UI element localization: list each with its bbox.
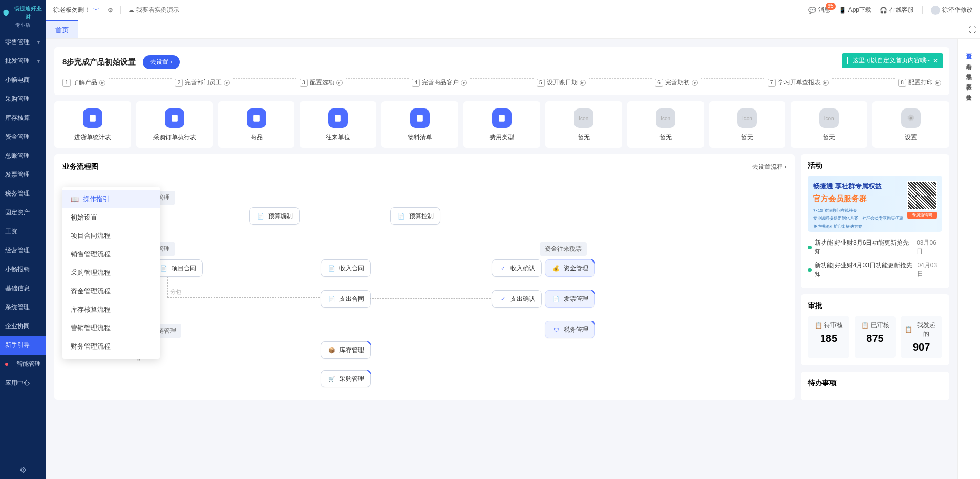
shortcut-tile[interactable]: 采购订单执行表 bbox=[136, 101, 213, 148]
sidebar-item[interactable]: 小畅报销 bbox=[0, 260, 46, 279]
setup-step[interactable]: 6完善期初▶ bbox=[655, 78, 698, 87]
setup-step[interactable]: 3配置选项▶ bbox=[300, 78, 343, 87]
settings-icon[interactable]: ⚙ bbox=[108, 7, 113, 14]
promo-banner[interactable]: 畅捷通 享社群专属权益 官方会员服务群 7×15h资深顾问在线答疑专业顾问提供定… bbox=[808, 176, 942, 232]
svg-rect-1 bbox=[172, 115, 178, 121]
setup-step[interactable]: 8配置打印▶ bbox=[898, 78, 941, 87]
sidebar-item[interactable]: 税务管理 bbox=[0, 184, 46, 203]
approval-card: 审批 📋待审核185📋已审核875📋我发起的907 bbox=[801, 294, 949, 365]
node-pay-confirm[interactable]: ✓支出确认 bbox=[492, 290, 542, 308]
node-pay-contract[interactable]: 📄支出合同 bbox=[321, 290, 371, 308]
cart-icon: 🛒 bbox=[327, 374, 336, 383]
popup-item[interactable]: 财务管理流程 bbox=[62, 337, 160, 356]
sidebar-item[interactable]: 工资 bbox=[0, 222, 46, 241]
sidebar-item[interactable]: 零售管理▼ bbox=[0, 33, 46, 52]
sidebar-item[interactable]: 资金管理 bbox=[0, 127, 46, 146]
go-setup-button[interactable]: 去设置 › bbox=[143, 55, 179, 69]
shortcut-tile[interactable]: 商品 bbox=[218, 101, 295, 148]
messages[interactable]: 💬消息65 bbox=[808, 6, 830, 14]
sidebar-item[interactable]: 新手引导 bbox=[0, 336, 46, 355]
popup-item[interactable]: 采购管理流程 bbox=[62, 264, 160, 282]
popup-item[interactable]: 销售管理流程 bbox=[62, 245, 160, 264]
popup-item[interactable]: 📖操作指引 bbox=[62, 190, 160, 208]
app-download[interactable]: 📱App下载 bbox=[839, 6, 871, 14]
guide-icon: 📖 bbox=[71, 195, 79, 203]
rail-item[interactable]: 帮助中心 bbox=[966, 54, 972, 64]
sidebar-item[interactable]: 采购管理 bbox=[0, 90, 46, 108]
doc-icon: 📄 bbox=[397, 211, 406, 221]
node-budget-make[interactable]: 📄预算编制 bbox=[249, 207, 300, 225]
customer-service[interactable]: 🎧在线客服 bbox=[880, 6, 914, 14]
shortcut-tile[interactable]: Icon暂无 bbox=[791, 101, 867, 148]
news-item[interactable]: 新功能|好业财3月6日功能更新抢先知03月06日 bbox=[808, 236, 942, 258]
sidebar-item[interactable]: 智能管理 bbox=[0, 355, 46, 374]
popup-item[interactable]: 库存核算流程 bbox=[62, 300, 160, 319]
popup-item[interactable]: 初始设置 bbox=[62, 208, 160, 227]
setup-step[interactable]: 4完善商品客户▶ bbox=[412, 78, 467, 87]
flow-settings-link[interactable]: 去设置流程 › bbox=[752, 163, 786, 171]
sidebar-item[interactable]: 系统管理 bbox=[0, 298, 46, 317]
tab-home[interactable]: 首页 bbox=[46, 20, 78, 38]
node-fund[interactable]: 💰资金管理 bbox=[545, 259, 595, 277]
popup-item[interactable]: 资金管理流程 bbox=[62, 282, 160, 300]
sidebar-item[interactable]: 发票管理 bbox=[0, 165, 46, 184]
popup-item[interactable]: 项目合同流程 bbox=[62, 227, 160, 245]
rail-item[interactable]: 客服热线 bbox=[966, 64, 972, 75]
shortcut-tile[interactable]: Icon暂无 bbox=[627, 101, 704, 148]
svg-rect-2 bbox=[253, 115, 260, 121]
play-icon: ▶ bbox=[336, 80, 343, 86]
sidebar-item[interactable]: 应用中心 bbox=[0, 374, 46, 393]
caret-down-icon: ▼ bbox=[36, 40, 41, 45]
setup-step[interactable]: 1了解产品▶ bbox=[62, 78, 105, 87]
expand-icon[interactable]: ⛶ bbox=[969, 26, 976, 34]
svg-rect-4 bbox=[417, 115, 423, 121]
shortcut-tile[interactable]: 物料清单 bbox=[381, 101, 458, 148]
rail-item[interactable]: 桌面快捷 bbox=[966, 85, 972, 95]
approval-tile[interactable]: 📋待审核185 bbox=[808, 316, 849, 358]
setup-step[interactable]: 2完善部门员工▶ bbox=[175, 78, 230, 87]
shortcut-tile[interactable]: 进货单统计表 bbox=[54, 101, 131, 148]
shortcut-tile[interactable]: Icon暂无 bbox=[545, 101, 622, 148]
demo-link[interactable]: ☁ 我要看实例演示 bbox=[128, 6, 179, 14]
cloud-icon: ☁ bbox=[128, 7, 134, 14]
activity-card: 活动 畅捷通 享社群专属权益 官方会员服务群 7×15h资深顾问在线答疑专业顾问… bbox=[801, 154, 949, 288]
rail-item[interactable]: 服务社区 bbox=[966, 75, 972, 85]
chat-icon: 💬 bbox=[808, 7, 816, 14]
node-income-confirm[interactable]: ✓收入确认 bbox=[492, 259, 542, 277]
svg-rect-5 bbox=[499, 115, 505, 121]
org-selector[interactable]: 徐老板勿删！ ﹀ bbox=[53, 6, 99, 14]
rail-item[interactable]: 首页设置 bbox=[966, 44, 972, 54]
node-stock[interactable]: 📦库存管理 bbox=[321, 341, 371, 359]
sidebar-item[interactable]: 固定资产 bbox=[0, 203, 46, 222]
node-invoice[interactable]: 📄发票管理 bbox=[545, 290, 595, 308]
sidebar-item[interactable]: 批发管理▼ bbox=[0, 52, 46, 71]
sidebar-item[interactable]: 库存核算 bbox=[0, 108, 46, 127]
shortcut-tile[interactable]: Icon暂无 bbox=[709, 101, 786, 148]
sidebar-item[interactable]: 经营管理 bbox=[0, 241, 46, 260]
shortcut-tile[interactable]: 费用类型 bbox=[463, 101, 540, 148]
approval-tile[interactable]: 📋我发起的907 bbox=[901, 316, 942, 358]
setup-step[interactable]: 5设开账日期▶ bbox=[537, 78, 586, 87]
sidebar-item[interactable]: 小畅电商 bbox=[0, 71, 46, 90]
customize-hint[interactable]: 这里可以自定义首页内容哦~✕ bbox=[842, 53, 943, 68]
node-purchase[interactable]: 🛒采购管理 bbox=[321, 370, 371, 387]
setup-step[interactable]: 7学习开单查报表▶ bbox=[768, 78, 829, 87]
user-menu[interactable]: 徐泽华修改 bbox=[931, 6, 973, 15]
chevron-down-icon: ﹀ bbox=[93, 6, 99, 14]
node-tax[interactable]: 🛡税务管理 bbox=[545, 321, 595, 338]
popup-item[interactable]: 营销管理流程 bbox=[62, 319, 160, 337]
shortcut-tile[interactable]: 设置 bbox=[872, 101, 949, 148]
node-income-contract[interactable]: 📄收入合同 bbox=[321, 259, 371, 277]
sidebar-item[interactable]: 企业协同 bbox=[0, 317, 46, 336]
sidebar-item[interactable]: 基础信息 bbox=[0, 279, 46, 298]
close-icon[interactable]: ✕ bbox=[933, 57, 938, 64]
node-budget-ctrl[interactable]: 📄预算控制 bbox=[390, 207, 440, 225]
sidebar-item[interactable]: 总账管理 bbox=[0, 146, 46, 165]
shortcut-tile[interactable]: 往来单位 bbox=[300, 101, 376, 148]
settings-gear-icon[interactable]: ⚙ bbox=[0, 461, 46, 479]
approval-tile[interactable]: 📋已审核875 bbox=[855, 316, 896, 358]
tile-icon: Icon bbox=[819, 108, 839, 128]
news-item[interactable]: 新功能|好业财4月03日功能更新抢先知04月03日 bbox=[808, 258, 942, 281]
node-project-contract[interactable]: 📄项目合同 bbox=[153, 259, 203, 277]
doc-icon: 📄 bbox=[327, 294, 336, 303]
